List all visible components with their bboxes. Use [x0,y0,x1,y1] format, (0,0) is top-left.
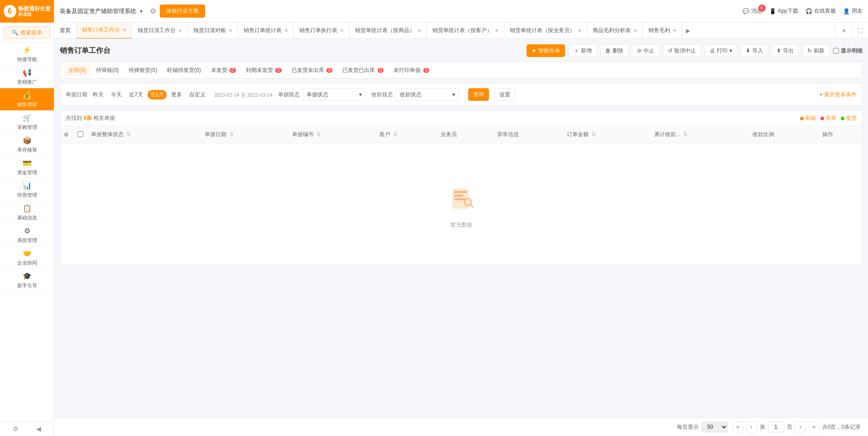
topbar-settings-icon[interactable]: ⚙ [150,7,156,15]
stop-button[interactable]: ⊘ 中止 [632,44,659,57]
tab-goods-margin[interactable]: 商品毛利分析表 ✕ [587,23,643,39]
sort-amount-icon[interactable]: ⇅ [591,131,596,137]
tab-close-icon[interactable]: ✕ [284,28,288,33]
purchase-icon: 🛒 [23,114,32,122]
tabbar-more-button[interactable]: ▶ [682,28,694,34]
tab-close-icon[interactable]: ✕ [578,28,581,33]
subtab-not-printed[interactable]: 未打印单据 0 [389,64,434,77]
sort-status-icon[interactable]: ⇅ [126,131,131,137]
sidebar-item-cooperation[interactable]: 🤝 企业协同 [0,246,54,269]
prev-page-button[interactable]: ‹ [746,422,757,432]
sort-received-icon[interactable]: ⇅ [683,131,688,137]
tab-sales-summary-product[interactable]: 销货单统计表（按商品） ✕ [350,23,427,39]
tab-cash-reconcile[interactable]: 钱货日清对账 ✕ [188,23,238,39]
tab-close-icon[interactable]: ✕ [495,28,499,33]
last-page-button[interactable]: » [809,422,820,432]
review-action[interactable]: 审核 [800,114,816,122]
tab-sales-summary-customer[interactable]: 销货单统计表（按客户） ✕ [427,23,504,39]
payment-select[interactable]: 收款状态 ▾ [396,88,459,101]
tabbar-fullscreen-btn[interactable]: ⛶ [852,23,868,39]
print-button[interactable]: 🖨 打印 ▾ [705,44,737,57]
page-input[interactable] [768,422,784,432]
app-download-button[interactable]: 📱 App下载 [769,7,798,15]
sidebar-item-inventory[interactable]: 📦 库存核算 [0,133,54,156]
subtab-shipped-out[interactable]: 已发货已出库 0 [338,64,388,77]
export-button[interactable]: ⬆ 导出 [772,44,799,57]
sidebar-settings-btn[interactable]: ⚙ [13,425,19,432]
tab-sales-summary-staff[interactable]: 销货单统计表（按业务员） ✕ [504,23,587,39]
trial-button[interactable]: 体验行业方案 [160,5,205,18]
date-opt-more[interactable]: 更多 [168,90,185,100]
subtab-not-shipped[interactable]: 未发货 0 [206,64,240,77]
sidebar-item-sales[interactable]: 💰 销售管理 [0,88,54,111]
sidebar-item-finance[interactable]: 💳 资金管理 [0,156,54,179]
date-opt-7days[interactable]: 近7天 [126,90,146,100]
filter-settings-button[interactable]: 设置 [494,88,515,101]
next-page-button[interactable]: › [795,422,806,432]
search-menu-button[interactable]: 🔍 搜索菜单 [4,26,50,39]
sidebar-item-marketing[interactable]: 📢 营销推广 [0,66,54,88]
system-dropdown[interactable]: ▾ [140,8,143,14]
show-detail-toggle[interactable]: 显示明细 [833,47,863,55]
ship-action[interactable]: 发货 [841,114,857,122]
tab-close-icon[interactable]: ✕ [340,28,344,33]
per-page-select[interactable]: 50 100 200 [701,422,728,432]
delete-button[interactable]: 🗑 删除 [600,44,628,57]
date-filter: 单据日期 昨天 今天 近7天 近1月 更多 自定义 [66,90,208,100]
sidebar-item-operations[interactable]: 📊 经营管理 [0,179,54,201]
select-all-checkbox[interactable] [77,131,83,137]
tab-sales-stats[interactable]: 销售订单统计表 ✕ [238,23,294,39]
import-icon: ⬇ [746,47,750,54]
sort-number-icon[interactable]: ⇅ [317,131,321,137]
search-button[interactable]: 查询 [468,88,489,101]
tabbar-close-all-btn[interactable]: ✕ [835,23,852,39]
date-opt-yesterday[interactable]: 昨天 [90,90,106,100]
status-select[interactable]: 单据状态 ▾ [302,88,366,101]
date-opt-custom[interactable]: 自定义 [187,90,208,100]
tab-close-icon[interactable]: ✕ [178,28,182,33]
sidebar-item-guide[interactable]: 🎓 新手引导 [0,269,54,292]
user-button[interactable]: 👤 用友 [843,7,863,15]
reject-action[interactable]: 弃审 [820,114,836,122]
subtab-pending-inspection[interactable]: 待择验货(0) [124,64,162,77]
sidebar-item-system[interactable]: ⚙ 系统管理 [0,224,54,246]
subtab-wangpu-pending[interactable]: 旺铺待发货(0) [163,64,206,77]
add-button[interactable]: ＋ 新增 [569,44,597,57]
ai-generate-button[interactable]: ★ 智能生单 [527,44,565,57]
sidebar-item-purchase[interactable]: 🛒 采购管理 [0,111,54,133]
tab-close-icon[interactable]: ✕ [633,28,637,33]
cancel-stop-button[interactable]: ↺ 取消中止 [663,44,701,57]
online-service-button[interactable]: 🎧 在线客服 [806,7,836,15]
subtab-expired-not-shipped[interactable]: 到期未发货 0 [241,64,286,77]
subtab-shipped-not-out[interactable]: 已发货未出库 0 [287,64,337,77]
date-opt-1month[interactable]: 近1月 [148,90,167,100]
expand-icon: ▾ [820,91,822,98]
sales-icon: 💰 [23,91,32,100]
column-settings-icon[interactable]: ⚙ [64,132,69,138]
sidebar-item-quick-nav[interactable]: ⚡ 快捷导航 [0,43,54,66]
logo-line2: 标准版 [18,12,51,17]
message-button[interactable]: 💬 消息 6 [743,7,762,15]
tab-close-icon[interactable]: ✕ [673,28,676,33]
subtab-pending-review[interactable]: 待审核(0) [91,64,124,77]
tab-close-icon[interactable]: ✕ [229,28,232,33]
expand-filters-button[interactable]: ▾ 展开更多条件 [820,91,857,99]
status-select-arrow: ▾ [359,91,362,98]
tab-close-icon[interactable]: ✕ [417,28,421,33]
tab-close-icon[interactable]: ✕ [123,28,126,33]
import-button[interactable]: ⬇ 导入 [741,44,768,57]
sidebar-collapse-btn[interactable]: ◀ [36,425,41,432]
show-detail-checkbox[interactable] [833,48,839,54]
sidebar-item-basic[interactable]: 📋 基础信息 [0,201,54,224]
sort-date-icon[interactable]: ⇅ [229,131,234,137]
refresh-button[interactable]: ↻ 刷新 [802,44,830,57]
sort-customer-icon[interactable]: ⇅ [393,131,398,137]
tab-sales-workbench[interactable]: 销售订单工作台 ✕ [77,23,132,39]
tab-cash-daily[interactable]: 钱货日清工作台 ✕ [132,23,188,39]
tab-home[interactable]: 首页 [54,23,77,39]
first-page-button[interactable]: « [733,422,743,432]
tab-sales-profit[interactable]: 销售毛利 ✕ [643,23,682,39]
date-opt-today[interactable]: 今天 [108,90,125,100]
subtab-all[interactable]: 全部(0) [64,64,91,77]
tab-sales-exec[interactable]: 销售订单执行表 ✕ [294,23,350,39]
